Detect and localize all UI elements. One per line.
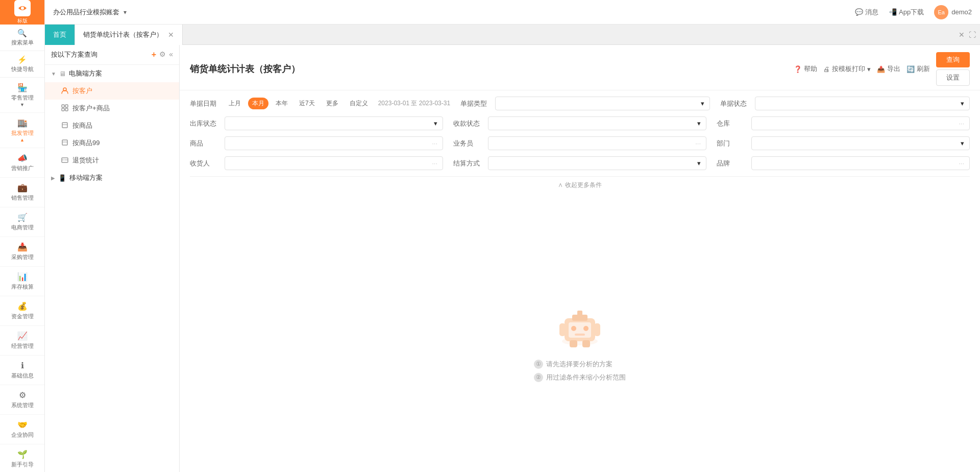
sidebar-item-label: 基础信息 — [11, 372, 34, 380]
warehouse-input[interactable]: ··· — [751, 116, 970, 130]
scheme-item-return-stats[interactable]: 退货统计 — [45, 152, 179, 169]
help-icon: ❓ — [794, 65, 802, 73]
logo-icon — [14, 0, 31, 16]
svg-rect-3 — [65, 105, 68, 107]
tab-close-icon[interactable]: ✕ — [168, 31, 174, 39]
sidebar-item-marketing[interactable]: 📣 营销推广 — [0, 148, 44, 178]
quick-nav-item[interactable]: ⚡ 快捷导航 — [0, 51, 44, 78]
collapse-panel-btn[interactable]: « — [169, 50, 173, 59]
avatar-text: Ea — [938, 9, 945, 15]
header-dropdown-icon[interactable]: ▾ — [124, 9, 127, 16]
sidebar-item-label: 采购管理 — [11, 253, 34, 261]
brand-input[interactable]: ··· — [751, 156, 970, 170]
bill-type-input[interactable]: ▾ — [495, 97, 710, 110]
svg-rect-24 — [582, 340, 590, 347]
retail-icon: 🏪 — [17, 83, 28, 92]
chevron-up-icon: ∧ — [558, 181, 565, 188]
refresh-btn[interactable]: 🔄 刷新 — [906, 64, 930, 74]
filter-department: 部门 ▾ — [717, 136, 970, 150]
chevron-right-icon: ▶ — [51, 175, 55, 181]
out-status-input[interactable]: ▾ — [225, 116, 443, 130]
sidebar-item-purchase[interactable]: 📥 采购管理 — [0, 237, 44, 267]
app-download-btn[interactable]: 📲 App下载 — [889, 8, 924, 17]
scheme-item-by-product-99[interactable]: 按商品99 — [45, 134, 179, 152]
search-menu-item[interactable]: 🔍 搜索菜单 — [0, 25, 44, 51]
sidebar-item-basic[interactable]: ℹ 基础信息 — [0, 356, 44, 385]
sidebar-item-finance[interactable]: 💰 资金管理 — [0, 296, 44, 326]
bill-status-label: 单据状态 — [720, 99, 751, 108]
date-tab-this-month[interactable]: 本月 — [248, 98, 268, 109]
sidebar-item-inventory[interactable]: 📊 库存核算 — [0, 267, 44, 296]
help-btn[interactable]: ❓ 帮助 — [794, 64, 817, 74]
out-status-label: 出库状态 — [190, 119, 220, 128]
sidebar-item-wholesale[interactable]: 🏬 批发管理 ▲ — [0, 113, 44, 148]
tab-home[interactable]: 首页 — [45, 25, 75, 45]
sidebar-item-operations[interactable]: 📈 经营管理 — [0, 326, 44, 356]
sidebar-item-ecommerce[interactable]: 🛒 电商管理 — [0, 207, 44, 237]
date-tab-more[interactable]: 更多 — [322, 98, 342, 109]
filter-date: 单据日期 上月 本月 本年 近7天 更多 自定义 2023-03-01 至 20… — [190, 98, 450, 109]
query-button[interactable]: 查询 — [936, 52, 970, 67]
date-tab-last-month[interactable]: 上月 — [225, 98, 245, 109]
sidebar-item-newbie[interactable]: 🌱 新手引导 — [0, 444, 44, 472]
salesperson-input[interactable]: ··· — [488, 136, 706, 150]
message-btn[interactable]: 💬 消息 — [855, 8, 878, 17]
tab-sales-stats[interactable]: 销货单统计计表（按客户） ✕ — [75, 25, 183, 45]
collapse-bar[interactable]: ∧ 收起更多条件 — [190, 176, 970, 194]
department-input[interactable]: ▾ — [751, 136, 970, 150]
sidebar-item-label: 销售管理 — [11, 194, 34, 202]
left-panel-header: 按以下方案查询 + ⚙ « — [45, 45, 179, 65]
sidebar-item-system[interactable]: ⚙ 系统管理 — [0, 385, 44, 415]
search-menu-label: 搜索菜单 — [11, 39, 34, 46]
filter-row-4: 收货人 ··· 结算方式 ▾ 品牌 — [190, 156, 970, 170]
date-range: 2023-03-01 至 2023-03-31 — [378, 99, 450, 108]
chevron-down-icon: ▾ — [697, 120, 701, 127]
date-tab-this-year[interactable]: 本年 — [272, 98, 292, 109]
filter-settlement: 结算方式 ▾ — [453, 156, 706, 170]
logo-text: 标版 — [17, 17, 28, 25]
settlement-input[interactable]: ▾ — [488, 156, 706, 170]
svg-rect-20 — [577, 311, 582, 316]
product-input[interactable]: ··· — [225, 136, 443, 150]
window-close-icon[interactable]: ✕ — [959, 31, 965, 39]
export-btn[interactable]: 📤 导出 — [877, 64, 900, 74]
svg-rect-23 — [570, 340, 577, 347]
payment-status-label: 收款状态 — [453, 119, 484, 128]
sidebar-item-sales[interactable]: 💼 销售管理 — [0, 178, 44, 207]
scheme-group-desktop: ▼ 🖥 电脑端方案 按客户 — [45, 65, 179, 169]
tip-num-1: ① — [534, 360, 543, 369]
add-scheme-btn[interactable]: + — [152, 50, 156, 59]
scheme-item-label: 按客户+商品 — [72, 104, 110, 113]
filter-area: 单据日期 上月 本月 本年 近7天 更多 自定义 2023-03-01 至 20… — [180, 90, 980, 200]
scheme-item-by-customer-product[interactable]: 按客户+商品 — [45, 100, 179, 117]
settings-button[interactable]: 设置 — [936, 69, 970, 86]
tab-home-label: 首页 — [53, 30, 66, 39]
user-profile-btn[interactable]: Ea demo2 — [934, 5, 972, 19]
app-download-label: App下载 — [899, 8, 924, 17]
sidebar-item-retail[interactable]: 🏪 零售管理 ▼ — [0, 78, 44, 113]
payment-status-input[interactable]: ▾ — [488, 116, 706, 130]
page-title: 销货单统计计表（按客户） — [190, 63, 300, 75]
scheme-item-by-customer[interactable]: 按客户 — [45, 82, 179, 100]
scheme-group-header-mobile[interactable]: ▶ 📱 移动端方案 — [45, 169, 179, 186]
receiver-input[interactable]: ··· — [225, 156, 443, 170]
date-tab-last-7[interactable]: 近7天 — [295, 98, 319, 109]
bill-status-input[interactable]: ▾ — [755, 97, 970, 110]
header-right: 💬 消息 📲 App下载 Ea demo2 — [855, 5, 972, 19]
date-tab-custom[interactable]: 自定义 — [346, 98, 372, 109]
empty-state: ① 请先选择要分析的方案 ② 用过滤条件来缩小分析范围 — [180, 200, 980, 472]
scheme-group-header-desktop[interactable]: ▼ 🖥 电脑端方案 — [45, 65, 179, 82]
tab-bar: 首页 销货单统计计表（按客户） ✕ ✕ ⛶ — [45, 25, 980, 45]
chevron-down-icon: ▼ — [51, 71, 56, 77]
svg-rect-6 — [62, 123, 67, 128]
dots-icon: ··· — [432, 159, 437, 167]
svg-point-17 — [583, 326, 589, 331]
window-maximize-icon[interactable]: ⛶ — [969, 31, 976, 39]
print-btn[interactable]: 🖨 按模板打印 ▾ — [823, 64, 871, 74]
settings-scheme-btn[interactable]: ⚙ — [159, 50, 166, 59]
user-name: demo2 — [951, 8, 972, 16]
sidebar-item-enterprise[interactable]: 🤝 企业协同 — [0, 415, 44, 444]
sidebar: 标版 🔍 搜索菜单 ⚡ 快捷导航 🏪 零售管理 ▼ 🏬 批发管理 ▲ 📣 营销推… — [0, 0, 45, 472]
export-label: 导出 — [887, 64, 900, 74]
scheme-item-by-product[interactable]: 按商品 — [45, 117, 179, 134]
